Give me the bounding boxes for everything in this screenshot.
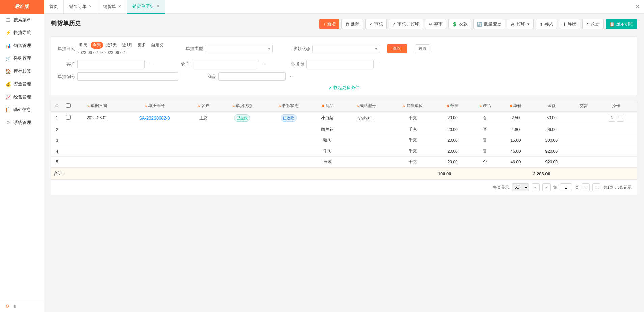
sidebar-item-basic-info[interactable]: 📋 基础信息 <box>0 103 44 116</box>
row-payment-status <box>265 124 312 135</box>
th-unit-price[interactable]: ⇅ 单价 <box>500 100 531 112</box>
sidebar-item-operation[interactable]: 📈 经营管理 <box>0 90 44 103</box>
filter-doc-number: 单据编号 <box>56 72 178 81</box>
query-button[interactable]: 查询 <box>387 44 407 53</box>
settings-button[interactable]: 设置 <box>415 44 430 53</box>
sum-gift-empty <box>470 167 500 179</box>
product-dots[interactable]: ··· <box>288 74 293 80</box>
edit-button[interactable]: ✎ <box>608 114 615 122</box>
next-page-button[interactable]: › <box>582 183 590 191</box>
sidebar-item-finance[interactable]: 💰 资金管理 <box>0 78 44 90</box>
row-unit: 千克 <box>389 135 436 146</box>
customer-input[interactable] <box>77 60 145 68</box>
more-button[interactable]: ⋯ <box>617 114 624 122</box>
prev-page-button[interactable]: ‹ <box>542 183 551 191</box>
th-payment-status[interactable]: ⇅ 收款状态 <box>265 100 312 112</box>
warehouse-dots[interactable]: ··· <box>262 61 266 67</box>
payment-status-select[interactable] <box>312 45 380 53</box>
sidebar-item-search-menu[interactable]: ☰ 搜索菜单 <box>0 14 44 26</box>
operation-icon: 📈 <box>5 94 11 100</box>
doc-number-input[interactable] <box>77 72 178 81</box>
row-checkbox <box>63 135 73 146</box>
delete-button[interactable]: 🗑 删除 <box>341 19 363 29</box>
basic-info-icon: 📋 <box>5 107 11 112</box>
export-button[interactable]: ⬇ 导出 <box>559 19 580 29</box>
sidebar-bottom-icon2[interactable]: ⏸ <box>13 304 17 309</box>
refresh-icon: ↻ <box>586 22 590 27</box>
sidebar-item-inventory[interactable]: 🏠 库存核算 <box>0 65 44 78</box>
row-unit-price: 2.50 <box>500 112 531 124</box>
page-number-input[interactable] <box>560 183 572 191</box>
sidebar-item-label: 库存核算 <box>13 68 31 74</box>
tab-home[interactable]: 首页 <box>44 0 64 14</box>
add-button[interactable]: + 新增 <box>319 19 340 29</box>
first-page-button[interactable]: « <box>532 183 540 191</box>
tab-sales-history-close[interactable]: ✕ <box>156 4 159 8</box>
th-quantity[interactable]: ⇅ 数量 <box>436 100 470 112</box>
th-customer[interactable]: ⇅ 客户 <box>188 100 219 112</box>
table-row: 2 西兰花 千克 20.00 否 4.80 96.00 <box>51 124 637 135</box>
sidebar-bottom-icon1[interactable]: ⚙ <box>5 304 9 309</box>
audit-button[interactable]: ✓ 审核 <box>365 19 387 29</box>
row-select-checkbox[interactable] <box>66 115 71 120</box>
doc-type-select[interactable] <box>205 45 273 53</box>
th-doc-number[interactable]: ⇅ 单据编号 <box>121 100 188 112</box>
table-row: 5 玉米 千克 20.00 否 46.00 920.00 <box>51 157 637 168</box>
customer-dots[interactable]: ··· <box>147 61 152 67</box>
th-doc-date[interactable]: ⇅ 单据日期 <box>73 100 121 112</box>
sidebar-item-purchase-mgmt[interactable]: 🛒 采购管理 <box>0 52 44 65</box>
th-product[interactable]: ⇅ 商品 <box>312 100 343 112</box>
tab-sales-order-close[interactable]: ✕ <box>89 4 92 9</box>
product-input[interactable] <box>218 72 286 81</box>
date-tab-today[interactable]: 今天 <box>91 42 103 49</box>
th-gear[interactable]: ⚙ <box>51 100 63 112</box>
filter-panel: 单据日期 昨天 今天 近7天 近1月 更多 自定义 2023-06-02 至 2… <box>51 36 637 96</box>
per-page-select[interactable]: 50 100 200 <box>512 183 529 191</box>
close-all-tabs[interactable]: ✕ <box>631 3 644 10</box>
tab-sales-goods-close[interactable]: ✕ <box>118 4 121 9</box>
sidebar-item-system-mgmt[interactable]: ⚙ 系统管理 <box>0 116 44 129</box>
salesperson-input[interactable] <box>306 60 374 68</box>
doc-number-link[interactable]: SA-20230602-0 <box>139 115 170 121</box>
row-payment-status <box>265 146 312 157</box>
row-unit: 千克 <box>389 112 436 124</box>
filter-customer: 客户 ··· <box>56 60 152 68</box>
data-table: ⚙ ⇅ 单据日期 ⇅ 单据编号 ⇅ 客户 ⇅ 单据状态 ⇅ 收款状态 ⇅ 商品 … <box>51 100 637 179</box>
date-tab-yesterday[interactable]: 昨天 <box>77 42 89 49</box>
th-spec[interactable]: ⇅ 规格型号 <box>343 100 390 112</box>
date-tab-custom[interactable]: 自定义 <box>149 42 165 49</box>
last-page-button[interactable]: » <box>592 183 600 191</box>
batch-change-button[interactable]: 🔄 批量变更 <box>473 19 505 29</box>
date-tab-1month[interactable]: 近1月 <box>120 42 135 49</box>
refresh-button[interactable]: ↻ 刷新 <box>582 19 604 29</box>
receive-button[interactable]: 💲 收款 <box>448 19 471 29</box>
filter-row-2: 客户 ··· 仓库 ··· 业务员 ··· <box>56 60 632 68</box>
audit-print-button[interactable]: ✓ 审核并打印 <box>389 19 423 29</box>
abandon-button[interactable]: ↩ 弃审 <box>425 19 446 29</box>
tab-sales-order[interactable]: 销售订单 ✕ <box>64 0 97 14</box>
salesperson-dots[interactable]: ··· <box>376 61 381 67</box>
sum-transaction-empty <box>572 167 595 179</box>
th-gift[interactable]: ⇅ 赠品 <box>470 100 500 112</box>
print-button[interactable]: 🖨 打印 ▼ <box>507 19 534 29</box>
row-doc-date <box>73 135 121 146</box>
warehouse-input[interactable] <box>192 60 259 68</box>
sidebar-item-quick-nav[interactable]: ⚡ 快捷导航 <box>0 26 44 39</box>
select-all-checkbox[interactable] <box>66 103 71 108</box>
toolbar: + 新增 🗑 删除 ✓ 审核 ✓ 审核并打印 ↩ 弃审 <box>319 19 638 29</box>
show-details-button[interactable]: 📋 显示明细 <box>606 19 637 29</box>
th-doc-status[interactable]: ⇅ 单据状态 <box>219 100 265 112</box>
tab-sales-history[interactable]: 销货单历史 ✕ <box>127 0 165 14</box>
tab-sales-goods[interactable]: 销货单 ✕ <box>97 0 127 14</box>
date-tab-more[interactable]: 更多 <box>136 42 148 49</box>
system-icon: ⚙ <box>5 120 11 125</box>
sidebar-item-sales-mgmt[interactable]: 📊 销售管理 <box>0 39 44 52</box>
row-payment-status: 已收款 <box>265 112 312 124</box>
import-button[interactable]: ⬆ 导入 <box>536 19 557 29</box>
row-transaction <box>572 146 595 157</box>
collapse-button[interactable]: ∧ 收起更多条件 <box>56 85 632 91</box>
th-unit[interactable]: ⇅ 销售单位 <box>389 100 436 112</box>
date-tab-7days[interactable]: 近7天 <box>104 42 119 49</box>
sort-icon: ⇅ <box>510 104 512 108</box>
sort-icon: ⇅ <box>321 104 324 108</box>
